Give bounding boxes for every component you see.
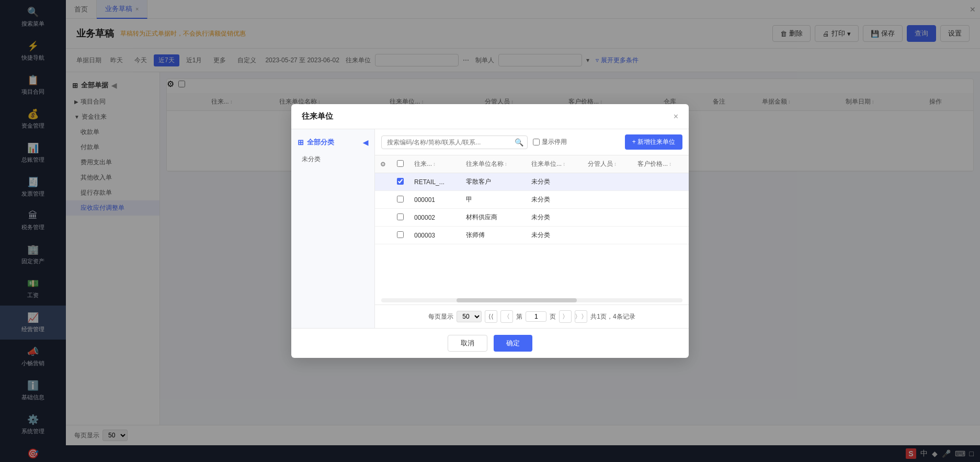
row-name: 甲 [461, 191, 527, 209]
row-manager [583, 227, 632, 244]
first-page-button[interactable]: ⟨⟨ [485, 310, 497, 323]
modal-th-price-level[interactable]: 客户价格...↕ [632, 155, 689, 173]
scrollbar-thumb[interactable] [457, 298, 577, 302]
show-disabled-checkbox[interactable] [533, 139, 540, 145]
last-page-button[interactable]: 〉〉 [575, 310, 587, 323]
modal-title: 往来单位 [302, 111, 333, 121]
row-settings [375, 227, 392, 244]
row-manager [583, 173, 632, 191]
table-row[interactable]: 000002 材料供应商 未分类 [375, 209, 689, 227]
row-price-level [632, 173, 689, 191]
prev-page-button[interactable]: 〈 [500, 310, 513, 323]
modal-th-category[interactable]: 往来单位...↕ [526, 155, 583, 173]
row-category: 未分类 [526, 209, 583, 227]
modal-right-panel: 🔍 显示停用 + 新增往来单位 ⚙ [375, 129, 689, 328]
row-name: 张师傅 [461, 227, 527, 244]
modal-search-input[interactable] [381, 136, 528, 149]
modal-th-code[interactable]: 往来...↕ [409, 155, 461, 173]
search-icon: 🔍 [515, 138, 523, 147]
row-name: 零散客户 [461, 173, 527, 191]
row-checkbox[interactable] [392, 173, 409, 191]
modal-select-all[interactable] [397, 160, 404, 167]
row-checkbox[interactable] [392, 209, 409, 227]
modal-th-settings: ⚙ [375, 155, 392, 173]
search-input-wrap: 🔍 [381, 136, 528, 149]
row-code: RETAIL_... [409, 173, 461, 191]
modal-action-bar: 取消 确定 [291, 328, 689, 358]
table-row[interactable]: 000003 张师傅 未分类 [375, 227, 689, 244]
row-code: 000001 [409, 191, 461, 209]
modal-th-manager[interactable]: 分管人员↕ [583, 155, 632, 173]
modal-footer: 每页显示 50 ⟨⟨ 〈 第 页 〉 〉〉 共1页，4条记录 [375, 305, 689, 328]
row-settings [375, 209, 392, 227]
pagination-bar: 每页显示 50 ⟨⟨ 〈 第 页 〉 〉〉 共1页，4条记录 [383, 310, 680, 323]
row-code: 000003 [409, 227, 461, 244]
modal-category-header[interactable]: ⊞ 全部分类 ◀ [291, 133, 374, 151]
row-checkbox[interactable] [392, 191, 409, 209]
row-settings [375, 191, 392, 209]
row-manager [583, 191, 632, 209]
modal-th-checkbox [392, 155, 409, 173]
row-settings [375, 173, 392, 191]
category-grid-icon: ⊞ [298, 138, 304, 147]
row-name: 材料供应商 [461, 209, 527, 227]
page-number-input[interactable] [526, 311, 546, 322]
modal-table-wrap: ⚙ 往来...↕ 往来单位名称↕ 往来单位...↕ 分管人员↕ 客户价格...↕ [375, 155, 689, 296]
row-category: 未分类 [526, 191, 583, 209]
row-manager [583, 209, 632, 227]
page-size-select[interactable]: 50 [457, 311, 482, 322]
add-unit-button[interactable]: + 新增往来单位 [625, 134, 682, 150]
table-row[interactable]: 000001 甲 未分类 [375, 191, 689, 209]
modal-scrollbar[interactable] [381, 298, 682, 302]
row-price-level [632, 191, 689, 209]
modal-th-name[interactable]: 往来单位名称↕ [461, 155, 527, 173]
cancel-button[interactable]: 取消 [448, 335, 487, 352]
modal-search-bar: 🔍 显示停用 + 新增往来单位 [375, 129, 689, 155]
row-category: 未分类 [526, 227, 583, 244]
confirm-button[interactable]: 确定 [494, 335, 532, 352]
modal-dialog: 往来单位 × ⊞ 全部分类 ◀ 未分类 [291, 104, 689, 358]
modal-overlay: 往来单位 × ⊞ 全部分类 ◀ 未分类 [0, 0, 980, 462]
total-records: 共1页，4条记录 [590, 312, 635, 321]
row-price-level [632, 227, 689, 244]
show-disabled-group: 显示停用 [533, 138, 567, 147]
modal-left-panel: ⊞ 全部分类 ◀ 未分类 [291, 129, 375, 328]
modal-category-unclassified[interactable]: 未分类 [291, 151, 374, 167]
next-page-button[interactable]: 〉 [559, 310, 572, 323]
modal-header: 往来单位 × [291, 104, 689, 129]
row-checkbox[interactable] [392, 227, 409, 244]
table-row[interactable]: RETAIL_... 零散客户 未分类 [375, 173, 689, 191]
row-price-level [632, 209, 689, 227]
row-code: 000002 [409, 209, 461, 227]
row-category: 未分类 [526, 173, 583, 191]
modal-body: ⊞ 全部分类 ◀ 未分类 🔍 显示停用 [291, 129, 689, 328]
modal-close-button[interactable]: × [674, 112, 678, 121]
collapse-left-icon[interactable]: ◀ [363, 139, 368, 147]
modal-table: ⚙ 往来...↕ 往来单位名称↕ 往来单位...↕ 分管人员↕ 客户价格...↕ [375, 155, 689, 244]
